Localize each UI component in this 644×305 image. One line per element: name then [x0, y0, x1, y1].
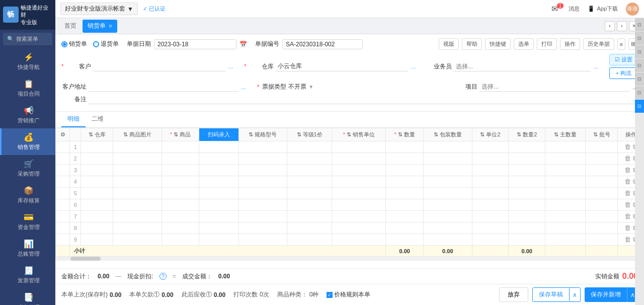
view-button[interactable]: 视版: [439, 38, 459, 50]
staff-dots-button[interactable]: ...: [593, 63, 599, 69]
delete-icon[interactable]: 🗑: [624, 224, 631, 232]
tab-prev-button[interactable]: ‹: [605, 21, 615, 31]
horizontal-scrollbar[interactable]: [55, 257, 644, 261]
select-button[interactable]: 选单: [514, 38, 534, 50]
right-panel-icon-2[interactable]: ⊡: [635, 32, 644, 45]
sidebar-item-invoice[interactable]: 🧾 发票管理: [0, 262, 55, 288]
order-number-input[interactable]: [282, 39, 363, 49]
tab-next-button[interactable]: ›: [617, 21, 627, 31]
tab-home[interactable]: 首页: [60, 22, 80, 30]
delete-icon[interactable]: 🗑: [624, 189, 631, 197]
calendar-icon[interactable]: 📅: [239, 41, 247, 48]
setup-button[interactable]: ☑ 设置: [609, 54, 638, 65]
sidebar-search[interactable]: 🔍 搜索菜单: [3, 33, 52, 45]
sidebar-item-finance[interactable]: 💳 资金管理: [0, 208, 55, 235]
delete-icon[interactable]: 🗑: [624, 212, 631, 220]
sidebar-item-purchase[interactable]: 🛒 采购管理: [0, 155, 55, 182]
sidebar-item-sales[interactable]: 💰 销售管理: [0, 128, 55, 155]
help-icon[interactable]: ?: [159, 273, 167, 280]
col-sales-unit[interactable]: * ⇅ 销售单位: [332, 128, 386, 141]
notes-input[interactable]: [89, 95, 638, 104]
address-input[interactable]: [89, 82, 238, 92]
staff-field: 业务员 ...: [427, 62, 599, 71]
right-panel-icon-4[interactable]: ⊡: [635, 59, 644, 72]
app-download-button[interactable]: 📱 App下载: [588, 5, 618, 13]
customer-dots-button[interactable]: ...: [227, 63, 234, 69]
col-unit2[interactable]: ⇅ 单位2: [472, 128, 509, 141]
radio-sales-order[interactable]: 销货单: [61, 40, 87, 48]
save-new-button[interactable]: 保存并新增: [585, 287, 627, 302]
right-panel-icon-active[interactable]: ⊡: [635, 100, 644, 113]
date-input[interactable]: [154, 39, 236, 49]
sales-icon: 💰: [24, 132, 34, 142]
price-rule-checkbox[interactable]: ✓ 价格规则本单: [327, 290, 370, 299]
message-button[interactable]: ✉ 1 消息: [551, 4, 580, 14]
avatar: 珠珠: [626, 3, 639, 16]
abandon-button[interactable]: 放弃: [499, 287, 528, 302]
delete-icon[interactable]: 🗑: [624, 143, 631, 151]
tab-2d[interactable]: 二维: [86, 112, 110, 127]
warehouse-field: * 仓库 ...: [244, 62, 417, 71]
col-qty2[interactable]: ⇅ 数量2: [509, 128, 545, 141]
col-qty[interactable]: * ⇅ 数量: [386, 128, 424, 141]
col-warehouse[interactable]: ⇅ 仓库: [81, 128, 113, 141]
right-panel-icon-5[interactable]: ⊡: [635, 72, 644, 86]
delete-icon[interactable]: 🗑: [624, 155, 631, 163]
shortcut-button[interactable]: 快捷键: [485, 38, 511, 50]
delete-icon[interactable]: 🗑: [624, 166, 631, 174]
company-selector[interactable]: 好业财专业版演示帐套 ▼: [60, 3, 138, 15]
col-barcode-entry[interactable]: 扫码录入: [199, 128, 239, 141]
layout-list-button[interactable]: ≡: [617, 38, 625, 50]
table-row: 8 🗑⧉: [56, 222, 644, 234]
project-input[interactable]: [479, 82, 629, 92]
sidebar-item-accounts[interactable]: 📊 总账管理: [0, 235, 55, 262]
user-avatar[interactable]: 珠珠: [626, 3, 639, 16]
ops-button[interactable]: 操作: [560, 38, 580, 50]
col-price1[interactable]: ⇅ 等级1价: [287, 128, 332, 141]
delete-icon[interactable]: 🗑: [624, 201, 631, 209]
save-draft-button[interactable]: 保存草稿: [533, 288, 569, 301]
radio-return-order[interactable]: 退货单: [93, 40, 119, 48]
form-toolbar: 视版 帮助 快捷键 选单 打印 操作 历史单据 ≡ ⊞: [439, 38, 638, 50]
tab-close-icon[interactable]: ×: [109, 23, 112, 30]
col-product[interactable]: * ⇅ 商品: [162, 128, 199, 141]
sidebar-item-inventory[interactable]: 📦 库存核算: [0, 182, 55, 208]
table-row: 9 🗑⧉: [56, 234, 644, 246]
purchase-icon: 🛒: [24, 159, 34, 169]
col-pack-qty[interactable]: ⇅ 包装数量: [424, 128, 472, 141]
order-type-radio: 销货单 退货单: [61, 40, 119, 48]
delete-icon[interactable]: 🗑: [624, 236, 631, 244]
save-draft-group: 保存草稿 ∧: [532, 287, 581, 302]
save-draft-arrow[interactable]: ∧: [569, 288, 580, 301]
col-batch[interactable]: ⇅ 批号: [586, 128, 618, 141]
delete-icon[interactable]: 🗑: [624, 178, 631, 186]
settings-col-header[interactable]: ⚙: [56, 128, 70, 141]
col-main-qty[interactable]: ⇅ 主数量: [545, 128, 586, 141]
sidebar-item-tax[interactable]: 📑 税务管理: [0, 288, 55, 305]
tab-sales-order[interactable]: 销货单 ×: [83, 20, 117, 33]
sidebar-item-quick-nav[interactable]: ⚡ 快捷导航: [0, 48, 55, 75]
table-row: 3 🗑⧉: [56, 165, 644, 176]
tab-detail[interactable]: 明细: [61, 112, 86, 127]
warehouse-dots-button[interactable]: ...: [410, 63, 417, 69]
right-panel-icon-6[interactable]: ⊡: [635, 86, 644, 99]
history-button[interactable]: 历史单据: [583, 38, 614, 50]
print-button[interactable]: 打印: [537, 38, 557, 50]
right-panel-icon-3[interactable]: ⊡: [635, 45, 644, 58]
right-panel-icon-1[interactable]: ⊡: [635, 18, 644, 31]
ticket-dropdown[interactable]: 不开票 ▼: [288, 83, 442, 91]
add-flow-button[interactable]: + 构流: [609, 67, 638, 79]
form-area: 销货单 退货单 单据日期 📅 单据编号 视版 帮助 快捷键 选单: [55, 34, 644, 112]
address-dots-button[interactable]: ...: [240, 84, 247, 90]
sidebar: 畅 畅捷通好业财 专业版 🔍 搜索菜单 ⚡ 快捷导航 📋 项目合同 📢 营销推广…: [0, 0, 55, 305]
sidebar-item-project[interactable]: 📋 项目合同: [0, 75, 55, 102]
col-spec[interactable]: ⇅ 规格型号: [238, 128, 287, 141]
sidebar-item-marketing[interactable]: 📢 营销推广: [0, 102, 55, 128]
footer-buttons: 放弃 保存草稿 ∧ 保存并新增 ∧: [499, 287, 638, 302]
scroll-thumb[interactable]: [70, 257, 101, 261]
warehouse-input[interactable]: [276, 62, 408, 71]
col-product-img[interactable]: ⇅ 商品图片: [113, 128, 162, 141]
help-button[interactable]: 帮助: [462, 38, 482, 50]
customer-input[interactable]: [93, 62, 225, 71]
staff-input[interactable]: [454, 62, 591, 71]
